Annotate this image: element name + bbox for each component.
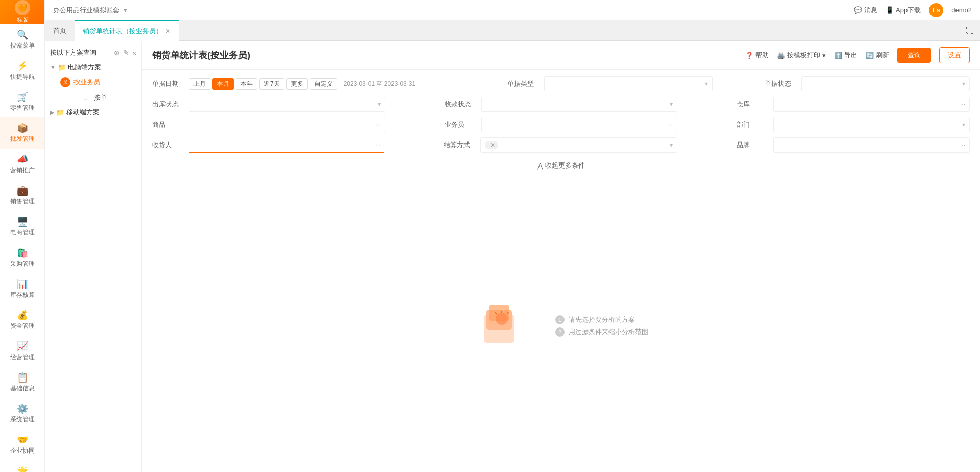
refresh-label: 刷新 [876, 51, 889, 60]
tab-sales-stats[interactable]: 销货单统计表（按业务员） ✕ [75, 20, 179, 41]
brand-label: 品牌 [737, 140, 767, 150]
sidebar-item-label: 经营管理 [10, 353, 35, 361]
tab-home[interactable]: 首页 [45, 20, 75, 41]
tree-sub-item-salesperson[interactable]: 员 按业务员 [55, 75, 141, 90]
sidebar-item-label: 电商管理 [10, 229, 35, 236]
sidebar: 🧡 标版 🔍 搜索菜单 ⚡ 快捷导航 🛒 零售管理 📦 批发管理 📣 营销推广 … [0, 0, 45, 472]
tab-sales-stats-label: 销货单统计表（按业务员） [83, 27, 162, 36]
doc-type-field[interactable]: ▾ [544, 76, 713, 91]
export-button[interactable]: ⬆️ 导出 [834, 51, 857, 60]
sidebar-item-retail[interactable]: 🛒 零售管理 [0, 86, 44, 117]
salesperson-field[interactable]: ··· [481, 117, 678, 132]
empty-hint-1: 1 请先选择要分析的方案 [555, 315, 648, 324]
receiver-label: 收货人 [152, 140, 183, 150]
message-button[interactable]: 💬 消息 [854, 6, 877, 15]
salesperson-dots: ··· [668, 121, 673, 128]
sidebar-item-enterprise[interactable]: 🤝 企业协同 [0, 429, 44, 460]
sidebar-item-quicknav[interactable]: ⚡ 快捷导航 [0, 55, 44, 86]
dept-label: 部门 [737, 120, 767, 129]
sales-icon: 💼 [2, 185, 42, 196]
product-field[interactable]: ··· [189, 117, 385, 132]
salesperson-label: 业务员 [445, 120, 475, 129]
stock-status-field[interactable]: ▾ [189, 97, 385, 112]
sidebar-item-finance[interactable]: 💰 资金管理 [0, 304, 44, 336]
logo-text: 标版 [17, 16, 28, 24]
tree-sub-desktop: 员 按业务员 ≡ 按单 [45, 75, 141, 105]
empty-hints: 1 请先选择要分析的方案 2 用过滤条件来缩小分析范围 [555, 315, 648, 337]
filter-area: 单据日期 上月 本月 本年 近7天 更多 自定义 2023-03-01 至 20… [142, 70, 980, 179]
app-logo: 🧡 标版 [0, 0, 45, 24]
tree-item-mobile[interactable]: ▶ 📁 移动端方案 [45, 105, 141, 120]
empty-hint-2-text: 用过滤条件来缩小分析范围 [569, 327, 648, 337]
date-btn-last-month[interactable]: 上月 [189, 78, 210, 90]
empty-hint-1-text: 请先选择要分析的方案 [569, 315, 635, 324]
download-icon: 📱 [886, 6, 894, 14]
settings-button[interactable]: 设置 [939, 47, 970, 63]
tab-expand-button[interactable]: ⛶ [960, 26, 980, 35]
sidebar-item-purchase[interactable]: 🛍️ 采购管理 [0, 242, 44, 273]
add-scheme-button[interactable]: ⊕ [114, 49, 120, 57]
warehouse-label: 仓库 [737, 100, 767, 109]
payment-tag-close[interactable]: ✕ [490, 141, 495, 149]
collect-status-field[interactable]: ▾ [481, 97, 678, 112]
page-title: 销货单统计表(按业务员) [152, 49, 250, 67]
edit-scheme-button[interactable]: ✎ [123, 49, 129, 57]
brand-field[interactable]: ··· [773, 137, 970, 153]
sidebar-item-label: 企业协同 [10, 447, 35, 454]
main-area: 办公用品行业模拟账套 ▾ 💬 消息 📱 App下载 Ea demo2 首页 销货… [45, 0, 980, 472]
sidebar-item-label: 基础信息 [10, 385, 35, 392]
receiver-dots: ··· [375, 141, 380, 148]
template-print-button[interactable]: 🖨️ 按模板打印 ▾ [777, 51, 826, 60]
tab-close-button[interactable]: ✕ [165, 28, 170, 35]
date-btn-more[interactable]: 更多 [286, 78, 308, 90]
sidebar-item-basic[interactable]: 📋 基础信息 [0, 367, 44, 398]
sidebar-item-operations[interactable]: 📈 经营管理 [0, 336, 44, 367]
sidebar-item-sales[interactable]: 💼 销售管理 [0, 180, 44, 211]
sidebar-item-label: 快捷导航 [10, 73, 35, 80]
collapse-panel-button[interactable]: « [132, 49, 136, 57]
tree-sub-item-order[interactable]: ≡ 按单 [76, 90, 141, 105]
app-download-button[interactable]: 📱 App下载 [886, 6, 921, 15]
help-label: 帮助 [755, 51, 769, 60]
doc-status-field[interactable]: ▾ [801, 76, 970, 91]
sidebar-item-system[interactable]: ⚙️ 系统管理 [0, 398, 44, 429]
payment-field[interactable]: ✕ ▾ [480, 137, 677, 153]
sidebar-item-ecommerce[interactable]: 🖥️ 电商管理 [0, 211, 44, 242]
collapse-button[interactable]: ⋀ 收起更多条件 [152, 158, 970, 173]
receiver-field[interactable]: ··· [189, 137, 384, 153]
sidebar-item-search[interactable]: 🔍 搜索菜单 [0, 24, 44, 55]
hint-num-2: 2 [555, 327, 565, 337]
order-icon: ≡ [81, 92, 91, 103]
date-btn-7days[interactable]: 近7天 [259, 78, 284, 90]
refresh-button[interactable]: 🔄 刷新 [866, 51, 889, 60]
tree-item-desktop[interactable]: ▼ 📁 电脑端方案 [45, 60, 141, 75]
payment-label: 结算方式 [444, 140, 474, 150]
sidebar-item-wholesale[interactable]: 📦 批发管理 [0, 117, 44, 149]
dropdown-icon[interactable]: ▾ [124, 6, 127, 14]
dept-field[interactable]: ▾ [773, 117, 970, 132]
warehouse-dots: ··· [960, 101, 965, 108]
marketing-icon: 📣 [2, 154, 42, 165]
left-panel-header: 按以下方案查询 ⊕ ✎ « [45, 45, 141, 60]
date-btn-this-month[interactable]: 本月 [212, 78, 234, 90]
export-label: 导出 [844, 51, 857, 60]
warehouse-field[interactable]: ··· [773, 97, 970, 112]
left-panel-title: 按以下方案查询 [50, 48, 96, 57]
doc-type-label: 单据类型 [507, 79, 538, 88]
ecommerce-icon: 🖥️ [2, 216, 42, 227]
tree-sub-item-salesperson-label: 按业务员 [74, 78, 100, 87]
date-btn-this-year[interactable]: 本年 [236, 78, 257, 90]
basic-icon: 📋 [2, 372, 42, 383]
date-btns: 上月 本月 本年 近7天 更多 自定义 2023-03-01 至 2023-03… [189, 78, 415, 90]
sidebar-item-newbie[interactable]: 🌟 新手引导 [0, 460, 44, 472]
date-btn-custom[interactable]: 自定义 [310, 78, 337, 90]
sidebar-item-inventory[interactable]: 📊 库存核算 [0, 273, 44, 304]
account-name: 办公用品行业模拟账套 [53, 6, 119, 15]
filter-row-3: 商品 ··· 业务员 ··· 部门 ▾ [152, 117, 970, 132]
sidebar-item-label: 营销推广 [10, 167, 35, 174]
collapse-label: 收起更多条件 [545, 161, 585, 170]
query-button[interactable]: 查询 [897, 48, 931, 63]
user-avatar[interactable]: Ea [929, 3, 943, 17]
help-button[interactable]: ❓ 帮助 [745, 51, 769, 60]
sidebar-item-marketing[interactable]: 📣 营销推广 [0, 149, 44, 180]
